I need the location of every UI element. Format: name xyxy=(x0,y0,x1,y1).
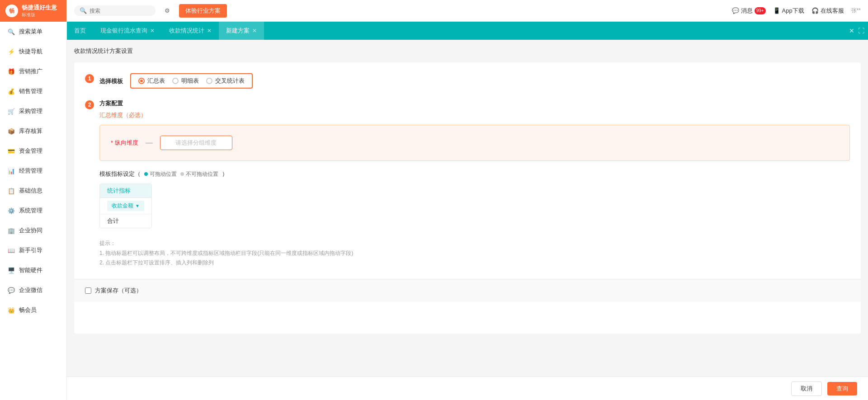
tab-cashflow-close[interactable]: ✕ xyxy=(150,28,155,34)
tip-1: 1. 拖动标题栏可以调整布局，不可跨维度或指标区域拖动栏目字段(只能在同一维度或… xyxy=(99,249,850,259)
header-search-box[interactable]: 🔍 xyxy=(74,5,156,16)
sidebar-item-business[interactable]: 📊 经营管理 xyxy=(0,161,66,181)
service-label: 在线客服 xyxy=(821,7,844,15)
dimension-required-label: * 纵向维度 xyxy=(111,139,138,147)
fixed-label: 不可拖动位置 xyxy=(186,170,218,178)
tab-new-plan-close[interactable]: ✕ xyxy=(252,28,257,34)
dimension-row: * 纵向维度 — 请选择分组维度 xyxy=(111,136,232,150)
basic-icon: 📋 xyxy=(7,187,15,195)
fixed-toggle: 不可拖动位置 xyxy=(180,170,218,178)
sidebar-item-guide[interactable]: 📖 新手引导 xyxy=(0,240,66,260)
header-right: 💬 消息 99+ 📱 App下载 🎧 在线客服 张** xyxy=(732,7,861,15)
sidebar-item-purchase[interactable]: 🛒 采购管理 xyxy=(0,101,66,121)
cancel-button[interactable]: 取消 xyxy=(791,381,822,396)
tab-collection[interactable]: 收款情况统计 ✕ xyxy=(162,22,219,40)
sales-icon: 💰 xyxy=(7,87,15,95)
config-section: 汇总维度（必选） * 纵向维度 — 请选择分组维度 xyxy=(99,111,850,268)
sidebar-item-sales[interactable]: 💰 销售管理 xyxy=(0,81,66,101)
config-card: 1 选择模板 汇总表 明细表 xyxy=(74,62,861,334)
service-icon: 🎧 xyxy=(811,7,819,14)
radio-detail-circle[interactable] xyxy=(172,78,179,84)
plan-save-label: 方案保存（可选） xyxy=(95,287,142,295)
sidebar-item-label: 企业微信 xyxy=(19,286,42,294)
step2-number: 2 xyxy=(85,100,94,109)
indicator-toggle-row: 模板指标设定（ 可拖动位置 不可拖动位置 ） xyxy=(99,170,850,178)
step1-label: 选择模板 xyxy=(99,77,123,85)
sidebar-item-label: 库存核算 xyxy=(19,127,42,135)
sidebar-item-system[interactable]: ⚙️ 系统管理 xyxy=(0,201,66,221)
radio-summary-circle[interactable] xyxy=(138,78,145,84)
step1-number: 1 xyxy=(85,74,94,83)
search-menu-icon: 🔍 xyxy=(7,28,15,36)
tab-collection-close[interactable]: ✕ xyxy=(207,28,212,34)
wechat-icon: 💬 xyxy=(7,286,15,294)
sidebar-item-finance[interactable]: 💳 资金管理 xyxy=(0,141,66,161)
logo-text: 畅捷通好生意 xyxy=(22,4,57,12)
expand-tabs-icon[interactable]: ⛶ xyxy=(858,27,864,34)
indicator-chevron-icon: ▼ xyxy=(135,203,140,208)
dimension-title-text: 汇总维度（必选） xyxy=(99,112,146,118)
sidebar-item-corp[interactable]: 🏢 企业协同 xyxy=(0,221,66,240)
inventory-icon: 📦 xyxy=(7,127,15,135)
query-button[interactable]: 查询 xyxy=(827,382,857,395)
sidebar-item-member[interactable]: 👑 畅会员 xyxy=(0,300,66,320)
plan-save-section: 方案保存（可选） xyxy=(74,279,861,302)
tab-bar: 首页 现金银行流水查询 ✕ 收款情况统计 ✕ 新建方案 ✕ ✕ ⛶ xyxy=(67,22,868,40)
notification-label: 消息 xyxy=(741,7,753,15)
indicator-subtotal-row: 合计 xyxy=(100,214,151,228)
sidebar-item-search[interactable]: 🔍 搜索菜单 xyxy=(0,22,66,42)
dimension-input[interactable]: 请选择分组维度 xyxy=(160,136,232,150)
sidebar-logo: 畅 畅捷通好生意 标准版 xyxy=(0,0,66,22)
radio-summary[interactable]: 汇总表 xyxy=(138,77,165,85)
sidebar-item-wechat[interactable]: 💬 企业微信 xyxy=(0,280,66,300)
sidebar-item-basic[interactable]: 📋 基础信息 xyxy=(0,181,66,201)
sidebar-item-label: 采购管理 xyxy=(19,107,42,115)
tab-home[interactable]: 首页 xyxy=(67,22,93,40)
indicator-title-end: ） xyxy=(222,170,228,178)
member-icon: 👑 xyxy=(7,306,15,314)
radio-cross[interactable]: 交叉统计表 xyxy=(206,77,245,85)
indicator-table-header: 统计指标 xyxy=(100,184,151,198)
sidebar-item-label: 新手引导 xyxy=(19,246,42,254)
trial-button[interactable]: 体验行业方案 xyxy=(179,4,227,18)
step1-section: 1 选择模板 汇总表 明细表 xyxy=(85,73,850,89)
sidebar-item-label: 智能硬件 xyxy=(19,266,42,274)
download-button[interactable]: 📱 App下载 xyxy=(773,7,804,15)
notification-badge: 99+ xyxy=(755,7,766,14)
tabs-actions: ✕ ⛶ xyxy=(845,22,868,40)
indicator-title-text: 模板指标设定（ xyxy=(99,170,141,178)
corp-icon: 🏢 xyxy=(7,226,15,235)
plan-save-checkbox[interactable] xyxy=(85,287,91,294)
settings-icon[interactable]: ⚙ xyxy=(161,5,174,17)
hardware-icon: 🖥️ xyxy=(7,266,15,274)
sidebar-item-label: 快捷导航 xyxy=(19,47,42,56)
sidebar-item-label: 资金管理 xyxy=(19,147,42,155)
radio-detail[interactable]: 明细表 xyxy=(172,77,199,85)
close-all-tabs-icon[interactable]: ✕ xyxy=(849,27,854,34)
service-button[interactable]: 🎧 在线客服 xyxy=(811,7,844,15)
sidebar-item-label: 搜索菜单 xyxy=(19,28,42,36)
tab-new-plan-label: 新建方案 xyxy=(226,27,250,35)
dimension-arrow: — xyxy=(146,139,153,147)
sidebar-item-hardware[interactable]: 🖥️ 智能硬件 xyxy=(0,260,66,280)
indicator-tag-label: 收款金额 xyxy=(112,202,133,210)
radio-cross-circle[interactable] xyxy=(206,78,212,84)
sidebar-item-quick-nav[interactable]: ⚡ 快捷导航 xyxy=(0,42,66,61)
sidebar-item-label: 系统管理 xyxy=(19,207,42,215)
radio-summary-label: 汇总表 xyxy=(147,77,165,85)
download-icon: 📱 xyxy=(773,7,780,14)
movable-dot xyxy=(144,172,148,176)
search-input[interactable] xyxy=(90,8,144,14)
indicator-tag-amount[interactable]: 收款金额 ▼ xyxy=(107,201,144,211)
marketing-icon: 🎁 xyxy=(7,67,15,75)
notification-button[interactable]: 💬 消息 99+ xyxy=(732,7,766,15)
sidebar-item-marketing[interactable]: 🎁 营销推广 xyxy=(0,61,66,81)
sidebar-item-label: 销售管理 xyxy=(19,87,42,95)
quick-nav-icon: ⚡ xyxy=(7,47,15,56)
guide-icon: 📖 xyxy=(7,246,15,254)
finance-icon: 💳 xyxy=(7,147,15,155)
tab-cashflow[interactable]: 现金银行流水查询 ✕ xyxy=(93,22,162,40)
indicator-row-1[interactable]: 收款金额 ▼ xyxy=(100,198,151,214)
sidebar-item-inventory[interactable]: 📦 库存核算 xyxy=(0,121,66,141)
tab-new-plan[interactable]: 新建方案 ✕ xyxy=(219,22,264,40)
